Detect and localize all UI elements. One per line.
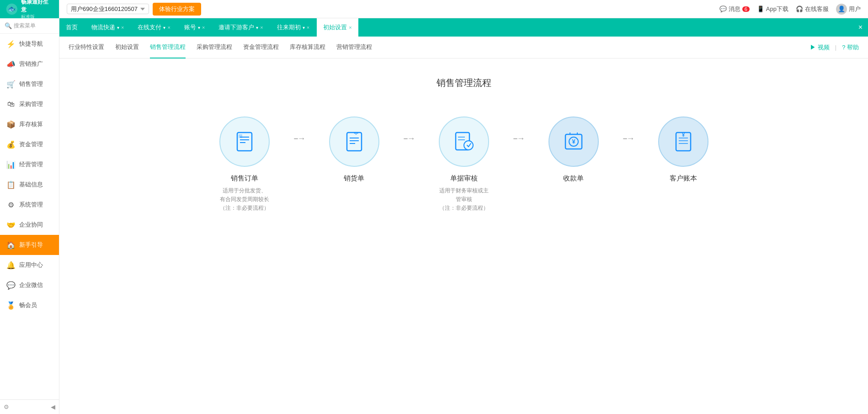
sidebar-bottom: ⚙ ◀ bbox=[0, 399, 59, 414]
ledger-icon: ¥ bbox=[671, 130, 695, 154]
svg-text:🐟: 🐟 bbox=[8, 5, 16, 13]
tab-logistics-close[interactable]: × bbox=[121, 25, 124, 30]
svg-text:¥: ¥ bbox=[572, 138, 575, 145]
subtab-initial[interactable]: 初始设置 bbox=[115, 37, 139, 58]
topbar-left: 用户690企业1660120507 体验行业方案 bbox=[67, 3, 201, 16]
chevron-down-icon: ▾ bbox=[117, 25, 119, 30]
process-step-5: ¥ 客户账本 bbox=[642, 117, 724, 186]
subtab-inventory-flow[interactable]: 库存核算流程 bbox=[290, 37, 325, 58]
settings-icon[interactable]: ⚙ bbox=[4, 403, 9, 410]
user-label: 用户 bbox=[849, 5, 861, 13]
sub-tabs: 行业特性设置 初始设置 销售管理流程 采购管理流程 资金管理流程 库存核算流程 … bbox=[59, 37, 868, 58]
collab-icon: 🤝 bbox=[6, 221, 16, 229]
sidebar-label: 销售管理 bbox=[19, 80, 43, 88]
sidebar-search[interactable]: 🔍 搜索菜单 bbox=[0, 18, 59, 34]
quicknav-icon: ⚡ bbox=[6, 40, 16, 48]
nav-tabs: 首页 物流快递 ▾ × 在线支付 ▾ × 账号 ▾ × 邀请下游客户 ▾ × 往… bbox=[0, 18, 868, 37]
sidebar-label: 快捷导航 bbox=[19, 40, 43, 48]
step3-name: 单据审核 bbox=[450, 174, 478, 183]
subtab-finance-flow[interactable]: 资金管理流程 bbox=[243, 37, 279, 58]
logo-subtitle: 标准版 bbox=[21, 14, 53, 20]
step3-circle bbox=[439, 117, 489, 167]
search-icon: 🔍 bbox=[5, 22, 12, 29]
chevron-down-icon4: ▾ bbox=[256, 25, 258, 30]
sidebar-item-qiyexietong[interactable]: 🤝 企业协同 bbox=[0, 215, 59, 235]
arrow-2: --→ bbox=[395, 134, 423, 143]
help-link[interactable]: ? 帮助 bbox=[842, 43, 859, 52]
sidebar-item-jingyingguanli[interactable]: 📊 经营管理 bbox=[0, 154, 59, 175]
process-step-4: ¥ 收款单 bbox=[533, 117, 615, 186]
sidebar-label: 畅会员 bbox=[19, 301, 37, 309]
sidebar-item-xitongguanli[interactable]: ⚙ 系统管理 bbox=[0, 195, 59, 215]
sidebar-label: 新手引导 bbox=[19, 241, 43, 249]
member-icon: 🏅 bbox=[6, 301, 16, 310]
tab-setup-close[interactable]: × bbox=[349, 25, 351, 30]
sidebar-item-yingxiaotugua[interactable]: 📣 营销推广 bbox=[0, 54, 59, 74]
sidebar-item-zijinguanli[interactable]: 💰 资金管理 bbox=[0, 134, 59, 154]
logo-icon: 🐟 bbox=[5, 3, 18, 16]
tab-account[interactable]: 账号 ▾ × bbox=[178, 18, 211, 37]
step1-name: 销售订单 bbox=[231, 174, 258, 183]
sidebar-item-jichuxinxi[interactable]: 📋 基础信息 bbox=[0, 175, 59, 195]
play-icon: ▶ bbox=[810, 44, 816, 51]
sidebar-item-xiaoshouguanli[interactable]: 🛒 销售管理 bbox=[0, 74, 59, 94]
tab-home[interactable]: 首页 bbox=[59, 18, 84, 37]
step2-circle bbox=[329, 117, 379, 167]
chevron-down-icon3: ▾ bbox=[198, 25, 200, 30]
step3-desc: 适用于财务审核或主管审核（注：非必要流程） bbox=[439, 186, 489, 213]
sidebar-item-yingyongzhongxin[interactable]: 🔔 应用中心 bbox=[0, 255, 59, 275]
process-step-3: 单据审核 适用于财务审核或主管审核（注：非必要流程） bbox=[423, 117, 505, 213]
user-select[interactable]: 用户690企业1660120507 bbox=[67, 4, 149, 14]
app-download-label: App下载 bbox=[766, 5, 788, 13]
subtab-sales-flow[interactable]: 销售管理流程 bbox=[150, 37, 186, 58]
tab-invite-close[interactable]: × bbox=[260, 25, 263, 30]
svg-point-11 bbox=[355, 133, 357, 135]
sidebar-item-xinshouyindao[interactable]: 🏠 新手引导 bbox=[0, 235, 59, 255]
tab-payment-close[interactable]: × bbox=[167, 25, 170, 30]
tab-initial-setup[interactable]: 初始设置 × bbox=[317, 18, 358, 37]
step1-circle bbox=[219, 117, 270, 167]
arrow-4: --→ bbox=[615, 134, 642, 143]
subtab-industry[interactable]: 行业特性设置 bbox=[69, 37, 104, 58]
wechat-icon: 💬 bbox=[6, 281, 16, 290]
svg-rect-7 bbox=[347, 133, 362, 151]
video-link[interactable]: ▶ 视频 bbox=[810, 43, 830, 52]
user-action[interactable]: 👤 用户 bbox=[836, 4, 861, 15]
sidebar-item-caigouguanli[interactable]: 🛍 采购管理 bbox=[0, 94, 59, 114]
tab-invite[interactable]: 邀请下游客户 ▾ × bbox=[212, 18, 269, 37]
online-service-action[interactable]: 🎧 在线客服 bbox=[796, 5, 829, 13]
process-area: 销售管理流程 销售订单 适用于分批发货、有合同发货周期较长（注：非必要流程） bbox=[59, 58, 868, 231]
tab-home-label: 首页 bbox=[66, 23, 78, 32]
nav-close-all[interactable]: × bbox=[853, 23, 868, 32]
tab-payment[interactable]: 在线支付 ▾ × bbox=[131, 18, 176, 37]
topbar-right: 💬 消息 6 📱 App下载 🎧 在线客服 👤 用户 bbox=[719, 4, 861, 15]
tab-account-close[interactable]: × bbox=[202, 25, 205, 30]
message-action[interactable]: 💬 消息 6 bbox=[719, 5, 750, 13]
sidebar-label: 企业协同 bbox=[19, 221, 43, 229]
trial-button[interactable]: 体验行业方案 bbox=[153, 3, 201, 16]
sidebar-item-qiyeweixin[interactable]: 💬 企业微信 bbox=[0, 275, 59, 295]
system-icon: ⚙ bbox=[6, 201, 16, 209]
process-step-1: 销售订单 适用于分批发货、有合同发货周期较长（注：非必要流程） bbox=[203, 117, 286, 213]
tab-logistics[interactable]: 物流快递 ▾ × bbox=[85, 18, 130, 37]
subtab-marketing-flow[interactable]: 营销管理流程 bbox=[336, 37, 372, 58]
sidebar-item-kucunhesuan[interactable]: 📦 库存核算 bbox=[0, 114, 59, 134]
search-label: 搜索菜单 bbox=[14, 22, 36, 30]
order-icon bbox=[233, 130, 256, 154]
app-download-action[interactable]: 📱 App下载 bbox=[757, 5, 788, 13]
sidebar-item-changhyuian[interactable]: 🏅 畅会员 bbox=[0, 295, 59, 315]
message-label: 消息 bbox=[729, 5, 740, 13]
service-icon: 🎧 bbox=[796, 5, 803, 12]
top-bar: 用户690企业1660120507 体验行业方案 💬 消息 6 📱 App下载 … bbox=[59, 0, 868, 18]
tab-period-close[interactable]: × bbox=[307, 25, 309, 30]
sidebar-label: 系统管理 bbox=[19, 201, 43, 209]
tab-period[interactable]: 往来期初 ▾ × bbox=[271, 18, 316, 37]
collapse-icon[interactable]: ◀ bbox=[51, 403, 55, 410]
sidebar-label: 营销推广 bbox=[19, 60, 43, 68]
tab-payment-label: 在线支付 bbox=[138, 23, 161, 32]
sidebar-menu: ⚡ 快捷导航 📣 营销推广 🛒 销售管理 🛍 采购管理 📦 库存核算 💰 资金管… bbox=[0, 34, 59, 399]
sidebar-label: 基础信息 bbox=[19, 180, 43, 189]
chevron-down-icon5: ▾ bbox=[303, 25, 305, 30]
subtab-purchase-flow[interactable]: 采购管理流程 bbox=[197, 37, 232, 58]
sidebar-item-kuaijiedaohang[interactable]: ⚡ 快捷导航 bbox=[0, 34, 59, 54]
